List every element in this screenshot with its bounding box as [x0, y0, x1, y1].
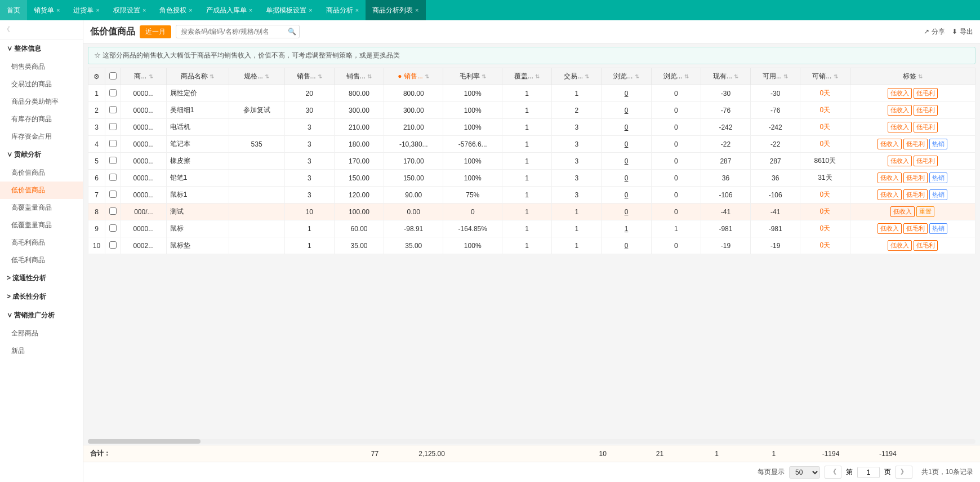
cell-view1[interactable]: 0: [602, 119, 651, 136]
nav-close-purchase[interactable]: ×: [96, 7, 99, 14]
nav-close-sales-order[interactable]: ×: [56, 7, 60, 14]
row-checkbox[interactable]: [109, 157, 117, 164]
cell-view1[interactable]: 0: [602, 170, 651, 187]
col-stock3[interactable]: 可销... ⇅: [800, 68, 850, 85]
nav-sales-order[interactable]: 销货单 ×: [27, 0, 66, 20]
nav-close-role[interactable]: ×: [189, 7, 192, 14]
search-input[interactable]: [176, 25, 300, 38]
select-all-checkbox[interactable]: [109, 72, 117, 79]
row-checkbox[interactable]: [109, 89, 117, 96]
first-page-btn[interactable]: 《: [825, 466, 841, 479]
nav-purchase-order[interactable]: 进货单 ×: [66, 0, 106, 20]
sidebar-item-low-coverage[interactable]: 低覆盖量商品: [0, 216, 83, 234]
col-view1[interactable]: 浏览... ⇅: [602, 68, 651, 85]
row-checkbox[interactable]: [109, 140, 117, 147]
sidebar-group-circulation[interactable]: > 流通性分析: [0, 269, 83, 288]
col-code[interactable]: 商... ⇅: [121, 68, 167, 85]
view1-link[interactable]: 0: [625, 140, 629, 148]
share-button[interactable]: ↗ 分享: [924, 27, 945, 37]
row-checkbox[interactable]: [109, 207, 117, 215]
cell-checkbox[interactable]: [105, 237, 121, 254]
view1-link[interactable]: 0: [625, 107, 629, 114]
sidebar-item-sales-category[interactable]: 销售类商品: [0, 58, 83, 76]
sidebar-item-low-margin[interactable]: 低毛利商品: [0, 251, 83, 269]
col-spec[interactable]: 规格... ⇅: [229, 68, 284, 85]
sidebar-item-in-stock[interactable]: 有库存的商品: [0, 110, 83, 128]
view1-link[interactable]: 0: [625, 157, 629, 165]
col-stock1[interactable]: 现有... ⇅: [701, 68, 750, 85]
cell-checkbox[interactable]: [105, 119, 121, 136]
view1-link[interactable]: 0: [625, 242, 629, 250]
sidebar-item-all-products[interactable]: 全部商品: [0, 325, 83, 342]
view1-link[interactable]: 0: [625, 191, 629, 199]
nav-template-setting[interactable]: 单据模板设置 ×: [259, 0, 319, 20]
nav-close-product-analysis[interactable]: ×: [355, 7, 359, 14]
view1-link[interactable]: 0: [625, 174, 629, 182]
col-transaction[interactable]: 交易... ⇅: [552, 68, 602, 85]
row-checkbox[interactable]: [109, 106, 117, 113]
nav-role[interactable]: 角色授权 ×: [153, 0, 199, 20]
cell-view1[interactable]: 0: [602, 85, 651, 102]
row-checkbox[interactable]: [109, 241, 117, 249]
col-margin[interactable]: 毛利率 ⇅: [443, 68, 502, 85]
row-checkbox[interactable]: [109, 224, 117, 232]
nav-product-analysis-list[interactable]: 商品分析列表 ×: [366, 0, 425, 20]
cell-checkbox[interactable]: [105, 102, 121, 119]
sidebar-item-category-rate[interactable]: 商品分类助销率: [0, 93, 83, 110]
filter-recent-month-btn[interactable]: 近一月: [140, 25, 171, 38]
col-checkbox[interactable]: [105, 68, 121, 85]
cell-view1[interactable]: 0: [602, 187, 651, 204]
sidebar-item-high-value[interactable]: 高价值商品: [0, 164, 83, 182]
cell-checkbox[interactable]: [105, 136, 121, 153]
sidebar-item-low-value[interactable]: 低价值商品: [0, 182, 83, 199]
scrollbar-thumb[interactable]: [88, 439, 201, 444]
cell-view1[interactable]: 0: [602, 153, 651, 170]
col-stock2[interactable]: 可用... ⇅: [751, 68, 800, 85]
view1-link[interactable]: 1: [625, 225, 629, 233]
cell-view1[interactable]: 1: [602, 220, 651, 237]
sidebar-item-high-margin[interactable]: 高毛利商品: [0, 234, 83, 251]
page-size-select[interactable]: 50 100 200: [789, 466, 820, 479]
export-button[interactable]: ⬇ 导出: [952, 27, 973, 37]
nav-permission[interactable]: 权限设置 ×: [106, 0, 153, 20]
cell-checkbox[interactable]: [105, 187, 121, 204]
nav-close-permission[interactable]: ×: [142, 7, 146, 14]
search-icon[interactable]: 🔍: [288, 28, 296, 36]
cell-checkbox[interactable]: [105, 204, 121, 220]
sidebar-item-new-products[interactable]: 新品: [0, 342, 83, 360]
cell-view1[interactable]: 0: [602, 237, 651, 254]
nav-home[interactable]: 首页: [0, 0, 27, 20]
col-sales2[interactable]: 销售... ⇅: [334, 68, 384, 85]
sidebar-item-traded[interactable]: 交易过的商品: [0, 76, 83, 93]
row-checkbox[interactable]: [109, 191, 117, 198]
col-coverage[interactable]: 覆盖... ⇅: [502, 68, 551, 85]
sidebar-item-stock-fund[interactable]: 库存资金占用: [0, 128, 83, 145]
nav-close-product-entry[interactable]: ×: [249, 7, 252, 14]
cell-view1[interactable]: 0: [602, 204, 651, 220]
sidebar-group-overall[interactable]: ∨ 整体信息: [0, 39, 83, 58]
col-settings[interactable]: ⚙: [88, 68, 105, 85]
nav-close-analysis-list[interactable]: ×: [415, 7, 418, 14]
cell-checkbox[interactable]: [105, 85, 121, 102]
col-view2[interactable]: 浏览... ⇅: [651, 68, 701, 85]
row-checkbox[interactable]: [109, 174, 117, 181]
cell-view1[interactable]: 0: [602, 136, 651, 153]
row-checkbox[interactable]: [109, 123, 117, 130]
next-page-btn[interactable]: 》: [896, 466, 912, 479]
col-sales3[interactable]: ● 销售... ⇅: [384, 68, 443, 85]
cell-checkbox[interactable]: [105, 220, 121, 237]
col-sales1[interactable]: 销售... ⇅: [284, 68, 334, 85]
view1-link[interactable]: 0: [625, 208, 629, 216]
sidebar-item-high-coverage[interactable]: 高覆盖量商品: [0, 199, 83, 216]
nav-product-entry[interactable]: 产成品入库单 ×: [199, 0, 259, 20]
cell-view1[interactable]: 0: [602, 102, 651, 119]
sidebar-collapse-btn[interactable]: 《: [3, 25, 10, 34]
view1-link[interactable]: 0: [625, 90, 629, 98]
sidebar-group-growth[interactable]: > 成长性分析: [0, 288, 83, 306]
table-container[interactable]: ⚙ 商... ⇅ 商品名称 ⇅ 规格... ⇅ 销售... ⇅ 销售... ⇅ …: [83, 68, 980, 438]
col-name[interactable]: 商品名称 ⇅: [166, 68, 229, 85]
view1-link[interactable]: 0: [625, 123, 629, 131]
page-number-input[interactable]: [857, 467, 880, 478]
col-tags[interactable]: 标签 ⇅: [850, 68, 975, 85]
horizontal-scrollbar[interactable]: [88, 439, 975, 444]
